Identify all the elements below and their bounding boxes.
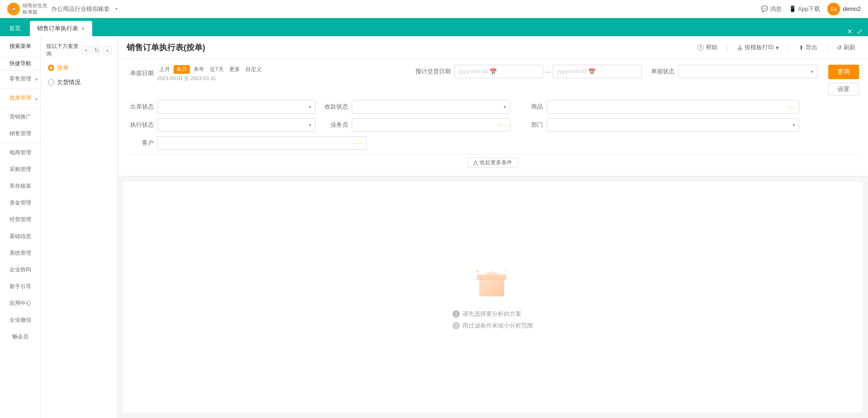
date-range-text: 2023-03-01 至 2023-03-31 [157, 75, 264, 82]
collapse-row: ⋀ 收起更多条件 [127, 154, 859, 171]
sidebar-item-retail[interactable]: 零售管理 ▾ [0, 71, 40, 87]
user-profile[interactable]: Ea demo2 [827, 3, 861, 15]
filter-goods-block: 商品 ··· [516, 100, 799, 114]
tab-home[interactable]: 首页 [2, 21, 28, 36]
sidebar-item-coop[interactable]: 企业协同 [0, 261, 40, 278]
username: demo2 [843, 5, 861, 12]
filter-area: 单据日期 上月 本月 本年 近7天 更多 自定义 2023-03-01 至 20… [118, 59, 868, 176]
dept-select[interactable]: ▾ [547, 118, 799, 132]
date-tab-prev[interactable]: 上月 [157, 65, 172, 74]
sidebar-search-section: 搜索菜单 [0, 36, 40, 57]
filter-expected-date-block: 预计交货日期 yyyy-mm-dd 📅 — yyyy-mm-dd 📅 [415, 65, 642, 78]
calendar-end-icon: 📅 [588, 68, 595, 75]
sidebar-item-basic[interactable]: 基础信息 [0, 228, 40, 245]
suite-arrow[interactable]: ▾ [115, 6, 118, 11]
receipt-chevron-icon: ▾ [504, 104, 506, 110]
step-1-text: 请先选择要分析的方案 [462, 310, 521, 318]
close-window-icon[interactable]: ✕ [846, 28, 853, 34]
template-print-button[interactable]: 🖨 按模板打印 ▾ [733, 42, 783, 53]
date-tab-year[interactable]: 本年 [192, 65, 206, 74]
date-tab-more[interactable]: 更多 [227, 65, 242, 74]
query-button[interactable]: 查询 [828, 65, 859, 79]
date-tab-custom[interactable]: 自定义 [244, 65, 264, 74]
chevron-right-icon: ▾ [35, 76, 38, 81]
sidebar-search-label[interactable]: 搜索菜单 [4, 40, 37, 53]
sidebar-item-system[interactable]: 系统管理 [0, 245, 40, 261]
expected-date-start[interactable]: yyyy-mm-dd 📅 [454, 65, 543, 78]
print-arrow-icon: ▾ [776, 44, 779, 51]
logo-icon: 🏠 [7, 3, 20, 15]
left-panel-actions: + ↻ « [82, 46, 112, 54]
collapse-filters-button[interactable]: ⋀ 收起更多条件 [467, 157, 518, 168]
exec-select[interactable]: ▾ [157, 118, 316, 132]
top-bar-right: 💬 消息 📱 App下载 Ea demo2 [761, 3, 861, 15]
app-download-action[interactable]: 📱 App下载 [789, 5, 820, 13]
status-label: 单据状态 [647, 67, 675, 76]
print-icon: 🖨 [737, 44, 743, 51]
settings-button[interactable]: 设置 [828, 83, 859, 95]
sidebar-item-sales[interactable]: 销售管理 [0, 125, 40, 142]
customer-input[interactable]: ··· [157, 136, 367, 150]
salesman-more-icon: ··· [498, 121, 506, 128]
logo-text: 销售好生意 标准版 [23, 3, 47, 14]
receipt-select[interactable]: ▾ [352, 100, 510, 114]
add-scheme-button[interactable]: + [82, 46, 90, 54]
salesman-input[interactable]: ··· [352, 118, 510, 132]
sidebar-item-marketing[interactable]: 营销推广 [0, 109, 40, 125]
sidebar-item-newbie[interactable]: 新手引导 [0, 278, 40, 295]
expected-date-end[interactable]: yyyy-mm-dd 📅 [553, 65, 642, 78]
help-button[interactable]: ? 帮助 [694, 42, 721, 53]
sidebar-item-inventory[interactable]: 库存核算 [0, 178, 40, 195]
sidebar-item-operations[interactable]: 经营管理 [0, 211, 40, 228]
goods-label: 商品 [516, 103, 543, 111]
svg-rect-1 [477, 275, 506, 280]
message-icon: 💬 [761, 5, 768, 12]
date-control: 上月 本月 本年 近7天 更多 自定义 2023-03-01 至 2023-03… [157, 65, 264, 82]
sidebar-divider-3 [0, 143, 40, 143]
refresh-button[interactable]: ↺ 刷新 [833, 42, 859, 53]
refresh-scheme-button[interactable]: ↻ [93, 46, 101, 54]
customer-more-icon: ··· [355, 139, 363, 147]
date-tab-7d[interactable]: 近7天 [208, 65, 226, 74]
separator-3: | [826, 44, 828, 51]
scheme-item-follow[interactable]: 按单 [41, 61, 117, 75]
chevron-up-icon: ⋀ [473, 160, 478, 166]
filter-customer-block: 客户 ··· [127, 136, 367, 150]
main-content: 销售订单执行表(按单) ? 帮助 | 🖨 按模板打印 ▾ | ⬆ [118, 36, 868, 418]
sidebar-item-finance[interactable]: 资金管理 [0, 195, 40, 211]
sidebar-item-ecommerce[interactable]: 电商管理 [0, 144, 40, 161]
sidebar-item-wechat[interactable]: 企业微信 [0, 312, 40, 328]
filter-exec-block: 执行状态 ▾ [127, 118, 316, 132]
tab-sales-exec[interactable]: 销售订单执行表 ✕ [30, 21, 92, 36]
scheme-item-debt[interactable]: 欠货情况 [41, 75, 117, 90]
export-icon: ⬆ [799, 44, 804, 51]
chevron-down-icon: ▴ [35, 95, 38, 100]
collapse-panel-button[interactable]: « [104, 46, 112, 54]
outbound-select[interactable]: ▾ [157, 100, 316, 114]
separator-1: | [726, 44, 728, 51]
sidebar-item-appstore[interactable]: 应用中心 [0, 295, 40, 312]
refresh-icon: ↺ [837, 44, 842, 51]
outbound-label: 出库状态 [127, 103, 154, 111]
message-action[interactable]: 💬 消息 [761, 5, 782, 13]
sidebar-item-wholesale[interactable]: 批发管理 ▴ [0, 90, 40, 106]
step-2-text: 用过滤条件来缩小分析范围 [462, 322, 533, 330]
help-icon: ? [698, 44, 704, 51]
goods-input[interactable]: ··· [547, 100, 799, 114]
tab-close-icon[interactable]: ✕ [81, 26, 85, 32]
sidebar-item-purchase[interactable]: 采购管理 [0, 161, 40, 178]
sidebar-quick-nav[interactable]: 快捷导航 [0, 57, 40, 71]
sidebar-item-member[interactable]: 畅会员 [0, 328, 40, 345]
export-button[interactable]: ⬆ 导出 [795, 42, 821, 53]
step-2-number: 2 [453, 322, 460, 329]
maximize-window-icon[interactable]: ⤢ [856, 28, 863, 34]
status-select[interactable]: ▾ [678, 65, 817, 78]
date-separator: — [545, 68, 551, 75]
date-tab-curr[interactable]: 本月 [174, 65, 190, 74]
exec-chevron-icon: ▾ [309, 122, 311, 128]
sidebar: 搜索菜单 快捷导航 零售管理 ▾ 批发管理 ▴ 营销推广 销售管理 电商管理 采… [0, 36, 41, 418]
logo-area: 🏠 销售好生意 标准版 [7, 3, 47, 15]
status-chevron-icon: ▾ [811, 69, 813, 75]
empty-illustration: ✦ ✦ ✦ [472, 265, 513, 301]
calendar-start-icon: 📅 [490, 68, 497, 75]
